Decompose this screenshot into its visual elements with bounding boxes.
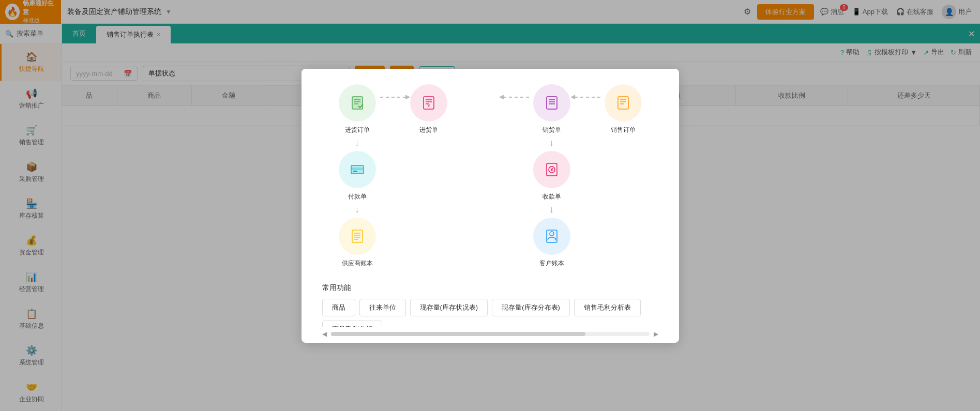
sale-bill-icon (533, 84, 570, 121)
svg-rect-26 (618, 97, 628, 109)
spacer-1 (447, 84, 499, 131)
scroll-thumb (331, 332, 586, 336)
svg-text:¥: ¥ (427, 103, 430, 108)
scroll-track[interactable] (331, 332, 650, 336)
func-btn-partner[interactable]: 往来单位 (359, 299, 406, 316)
arrow-right-3 (570, 97, 605, 98)
sale-bill-node[interactable]: 销货单 (533, 84, 570, 134)
modal-scrollbar: ◀ ▶ (301, 327, 679, 343)
customer-account-icon (533, 218, 570, 255)
purchase-order-node[interactable]: 进货订单 (339, 84, 376, 134)
func-btn-stock-dist[interactable]: 现存量(库存分布表) (492, 299, 570, 316)
scroll-left-icon[interactable]: ◀ (322, 330, 327, 338)
sale-order-column: 销售订单 (605, 84, 642, 202)
sale-order-node[interactable]: 销售订单 (605, 84, 642, 134)
supplier-account-icon (339, 218, 376, 255)
arrow-right-2 (499, 97, 533, 98)
func-btn-stock-status[interactable]: 现存量(库存状况表) (410, 299, 488, 316)
func-btn-product-profit[interactable]: 商品毛利分析 (322, 321, 382, 327)
purchase-bill-node[interactable]: ¥ 进货单 (410, 84, 447, 134)
func-btn-profit-analysis[interactable]: 销售毛利分析表 (574, 299, 641, 316)
arrow-right-1 (376, 97, 410, 98)
svg-rect-6 (353, 171, 357, 172)
svg-rect-17 (547, 97, 557, 109)
down-arrow-3: ↓ (549, 138, 554, 148)
payment-icon (339, 151, 376, 188)
right-flow-column: 销货单 ↓ ¥ 收款单 ↓ (533, 84, 570, 268)
purchase-order-icon (339, 84, 376, 121)
supplier-account-node[interactable]: 供应商账本 (339, 218, 376, 268)
receipt-icon: ¥ (533, 151, 570, 188)
down-arrow-1: ↓ (355, 138, 359, 148)
down-arrow-4: ↓ (549, 204, 554, 215)
left-flow-column: 进货订单 ↓ 付款单 ↓ (339, 84, 376, 268)
common-title: 常用功能 (322, 283, 658, 293)
middle-left-column: ¥ 进货单 (410, 84, 447, 202)
svg-text:¥: ¥ (550, 167, 553, 172)
payment-node[interactable]: 付款单 (339, 151, 376, 201)
receipt-node[interactable]: ¥ 收款单 (533, 151, 570, 201)
flow-diagram: 进货订单 ↓ 付款单 ↓ (322, 84, 658, 268)
sale-order-icon (605, 84, 642, 121)
func-btn-product[interactable]: 商品 (322, 299, 355, 316)
svg-rect-7 (352, 230, 363, 242)
modal-body: 进货订单 ↓ 付款单 ↓ (301, 69, 679, 327)
purchase-bill-icon: ¥ (410, 84, 447, 121)
customer-account-node[interactable]: 客户账本 (533, 218, 570, 268)
modal-overlay[interactable]: 进货订单 ↓ 付款单 ↓ (0, 0, 980, 411)
svg-rect-5 (351, 168, 364, 170)
scroll-right-icon[interactable]: ▶ (654, 330, 658, 338)
func-buttons-row1: 商品 往来单位 现存量(库存状况表) 现存量(库存分布表) 销售毛利分析表 商品… (322, 299, 658, 327)
common-functions: 常用功能 商品 往来单位 现存量(库存状况表) 现存量(库存分布表) 销售毛利分… (322, 283, 658, 327)
down-arrow-2: ↓ (355, 204, 359, 215)
svg-point-25 (550, 232, 554, 236)
flow-modal: 进货订单 ↓ 付款单 ↓ (301, 69, 679, 343)
